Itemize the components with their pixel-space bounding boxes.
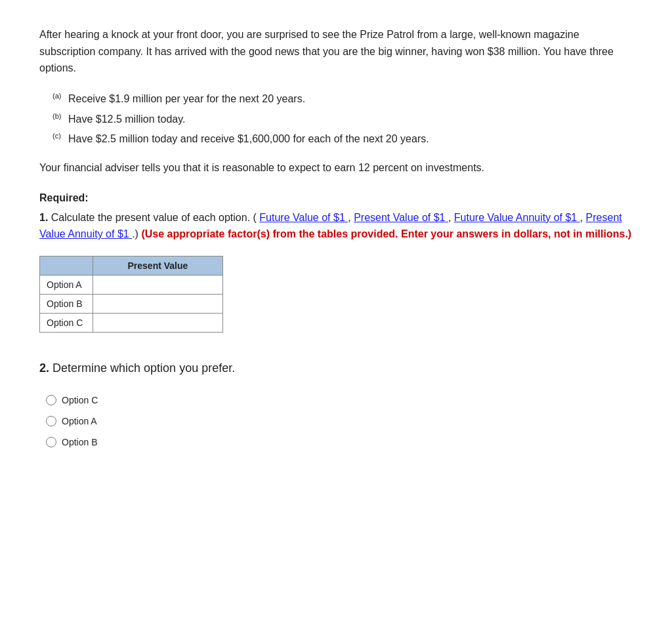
q1-text: Calculate the present value of each opti… — [51, 212, 257, 223]
option-b-sup: (b) — [52, 110, 66, 123]
option-b-text: Have $12.5 million today. — [68, 110, 185, 129]
option-a-text: Receive $1.9 million per year for the ne… — [68, 90, 305, 109]
radio-group: Option COption AOption B — [46, 391, 633, 451]
q2-number: 2. — [39, 361, 49, 375]
table-cell-label: Option C — [40, 313, 93, 332]
present-value-table: Present Value Option AOption BOption C — [39, 256, 223, 333]
option-a-item: (a) Receive $1.9 million per year for th… — [52, 90, 633, 109]
q1-bold-instruction: (Use appropriate factor(s) from the tabl… — [141, 228, 631, 239]
table-row: Option C — [40, 313, 223, 332]
table-row: Option B — [40, 294, 223, 313]
radio-label-opt-a[interactable]: Option A — [62, 412, 97, 430]
option-c-text: Have $2.5 million today and receive $1,6… — [68, 130, 429, 149]
pv-input-option-a[interactable] — [100, 279, 216, 290]
required-section: Required: 1. Calculate the present value… — [39, 192, 633, 243]
table-cell-label: Option A — [40, 275, 93, 294]
question-1: 1. Calculate the present value of each o… — [39, 209, 633, 243]
options-list: (a) Receive $1.9 million per year for th… — [52, 90, 633, 149]
adviser-text: Your financial adviser tells you that it… — [39, 159, 633, 176]
table-cell-value[interactable] — [93, 275, 222, 294]
table-cell-value[interactable] — [93, 313, 222, 332]
option-a-sup: (a) — [52, 90, 66, 103]
option-c-item: (c) Have $2.5 million today and receive … — [52, 130, 633, 149]
present-value-table-container: Present Value Option AOption BOption C — [39, 256, 633, 333]
link-pv-dollar[interactable]: Present Value of $1 — [354, 212, 448, 223]
radio-label-opt-b[interactable]: Option B — [62, 433, 97, 451]
radio-opt-a[interactable] — [46, 416, 56, 426]
radio-item-opt-c: Option C — [46, 391, 633, 409]
radio-opt-c[interactable] — [46, 395, 56, 405]
option-b-item: (b) Have $12.5 million today. — [52, 110, 633, 129]
radio-item-opt-b: Option B — [46, 433, 633, 451]
q2-text: Determine which option you prefer. — [52, 361, 235, 375]
link-fva-dollar[interactable]: Future Value Annuity of $1 — [454, 212, 580, 223]
option-c-sup: (c) — [52, 130, 66, 143]
link-fv-dollar[interactable]: Future Value of $1 — [259, 212, 348, 223]
radio-opt-b[interactable] — [46, 437, 56, 447]
table-row: Option A — [40, 275, 223, 294]
pv-input-option-b[interactable] — [100, 298, 216, 309]
pv-input-option-c[interactable] — [100, 318, 216, 328]
question-2: 2. Determine which option you prefer. — [39, 359, 633, 378]
table-cell-label: Option B — [40, 294, 93, 313]
table-cell-value[interactable] — [93, 294, 222, 313]
required-label: Required: — [39, 192, 633, 204]
table-label-header — [40, 256, 93, 275]
intro-paragraph: After hearing a knock at your front door… — [39, 26, 633, 77]
radio-item-opt-a: Option A — [46, 412, 633, 430]
table-pv-header: Present Value — [93, 256, 222, 275]
radio-label-opt-c[interactable]: Option C — [62, 391, 98, 409]
q1-number: 1. — [39, 212, 48, 223]
